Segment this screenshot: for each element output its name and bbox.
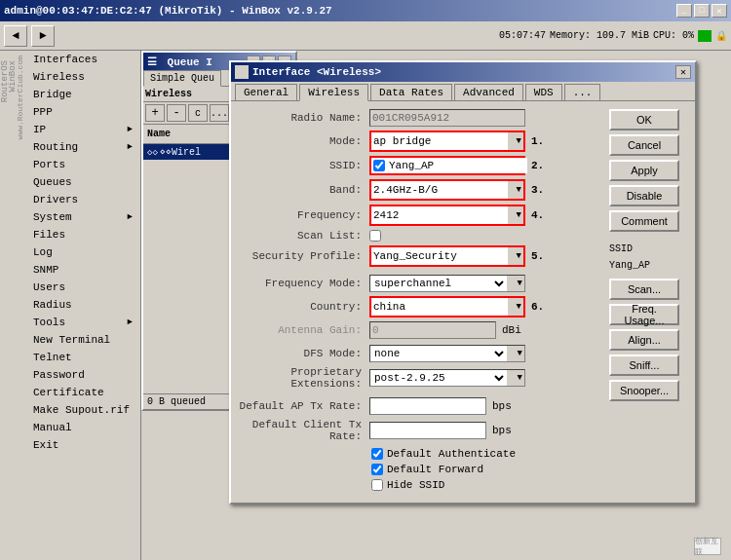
bottom-checkboxes: Default Authenticate Default Forward Hid… — [239, 448, 601, 491]
scan-button[interactable]: Scan... — [609, 279, 679, 300]
sidebar-item-drivers[interactable]: Drivers — [25, 191, 140, 208]
country-select[interactable]: china — [371, 298, 508, 316]
proprietary-label: Proprietary Extensions: — [239, 366, 366, 390]
dfs-mode-select[interactable]: none — [370, 346, 507, 361]
sidebar-item-make-supout[interactable]: Make Supout.rif — [25, 401, 140, 419]
remove-if-button[interactable]: - — [167, 104, 186, 122]
antenna-gain-input[interactable] — [369, 321, 496, 339]
btn-spacer — [609, 236, 687, 240]
ssid-checkbox[interactable] — [373, 160, 385, 171]
sniff-button[interactable]: Sniff... — [609, 355, 679, 376]
sidebar-item-manual[interactable]: Manual — [25, 419, 140, 436]
apply-button[interactable]: Apply — [609, 160, 679, 181]
cancel-button[interactable]: Cancel — [609, 134, 679, 156]
close-button[interactable]: ✕ — [712, 4, 727, 18]
snooper-button[interactable]: Snooper... — [609, 380, 679, 401]
forward-button[interactable]: ► — [31, 25, 55, 47]
dfs-mode-label: DFS Mode: — [239, 348, 366, 359]
dialog-title-bar: Interface <Wireless> ✕ — [231, 62, 695, 82]
default-forward-checkbox[interactable] — [371, 464, 383, 475]
watermark-logo: 创新互联 — [694, 538, 721, 555]
default-authenticate-checkbox[interactable] — [371, 448, 383, 460]
sidebar-item-interfaces[interactable]: Interfaces — [25, 51, 140, 68]
tab-more[interactable]: ... — [564, 84, 601, 100]
security-profile-select[interactable]: Yang_Security — [371, 247, 508, 265]
tab-advanced[interactable]: Advanced — [454, 84, 523, 100]
proprietary-select[interactable]: post-2.9.25 — [370, 370, 507, 386]
comment-button[interactable]: Comment — [609, 210, 679, 232]
tab-general[interactable]: General — [235, 84, 297, 100]
mode-select[interactable]: ap bridge — [371, 132, 508, 150]
sidebar: RouterOS WinBox www.RouterClub.com Inter… — [0, 51, 141, 560]
sidebar-item-bridge[interactable]: Bridge — [25, 86, 140, 103]
country-label: Country: — [239, 301, 366, 313]
copy-if-button[interactable]: c — [188, 104, 208, 122]
sidebar-item-certificate[interactable]: Certificate — [25, 384, 140, 401]
frequency-select[interactable]: 2412 — [371, 206, 508, 224]
frequency-mode-label: Frequency Mode: — [239, 278, 366, 289]
back-button[interactable]: ◄ — [4, 25, 27, 47]
sidebar-item-wireless[interactable]: Wireless — [25, 68, 140, 86]
window-title: admin@00:03:47:DE:C2:47 (MikroTik) - Win… — [4, 5, 332, 17]
sidebar-item-queues[interactable]: Queues — [25, 173, 140, 191]
props-if-button[interactable]: ... — [210, 104, 229, 122]
sidebar-item-password[interactable]: Password — [25, 366, 140, 384]
minimize-button[interactable]: _ — [676, 4, 692, 18]
band-select[interactable]: 2.4GHz-B/G — [371, 181, 508, 199]
ok-button[interactable]: OK — [609, 109, 679, 131]
dialog-close-button[interactable]: ✕ — [675, 65, 691, 79]
sidebar-item-tools[interactable]: Tools ► — [25, 314, 140, 331]
scan-list-checkbox[interactable] — [369, 230, 381, 242]
sidebar-item-exit[interactable]: Exit — [25, 436, 140, 454]
default-client-tx-input[interactable] — [369, 422, 486, 439]
sidebar-item-snmp[interactable]: SNMP — [25, 261, 140, 279]
tools-arrow: ► — [128, 317, 133, 327]
hide-ssid-row: Hide SSID — [239, 479, 601, 491]
default-ap-tx-label: Default AP Tx Rate: — [239, 400, 366, 412]
default-authenticate-row: Default Authenticate — [239, 448, 601, 460]
interfaces-section-label: Wireless — [145, 89, 192, 99]
sidebar-item-ports[interactable]: Ports — [25, 156, 140, 173]
hide-ssid-checkbox[interactable] — [371, 479, 383, 491]
sidebar-item-system[interactable]: System ► — [25, 208, 140, 226]
security-profile-row: Security Profile: Yang_Security ▼ 5. — [239, 245, 601, 267]
hide-ssid-label: Hide SSID — [387, 479, 444, 491]
dfs-mode-row: DFS Mode: none ▼ — [239, 345, 601, 362]
frequency-mode-select[interactable]: superchannel — [370, 276, 507, 291]
country-number: 6. — [531, 301, 544, 313]
tab-data-rates[interactable]: Data Rates — [370, 84, 452, 100]
watermark: 创新互联 — [694, 538, 721, 555]
default-client-tx-unit: bps — [492, 425, 512, 436]
sidebar-item-ip[interactable]: IP ► — [25, 121, 140, 138]
ip-arrow: ► — [128, 125, 133, 134]
sidebar-item-files[interactable]: Files — [25, 226, 140, 243]
form-area: Radio Name: Mode: ap bridge ▼ 1. — [239, 109, 601, 495]
sidebar-item-routing[interactable]: Routing ► — [25, 138, 140, 156]
sidebar-item-radius[interactable]: Radius — [25, 296, 140, 314]
tab-wireless[interactable]: Wireless — [299, 84, 368, 101]
scan-list-row: Scan List: — [239, 230, 601, 242]
sidebar-item-log[interactable]: Log — [25, 243, 140, 261]
maximize-button[interactable]: □ — [694, 4, 710, 18]
queue-tab-simple[interactable]: Simple Queu — [143, 70, 221, 87]
title-bar-buttons: _ □ ✕ — [676, 4, 727, 18]
ssid-input[interactable] — [387, 158, 527, 173]
mode-row: Mode: ap bridge ▼ 1. — [239, 131, 601, 152]
sidebar-item-ppp[interactable]: PPP — [25, 103, 140, 121]
sidebar-item-new-terminal[interactable]: New Terminal — [25, 331, 140, 349]
sidebar-item-users[interactable]: Users — [25, 279, 140, 296]
sidebar-item-telnet[interactable]: Telnet — [25, 349, 140, 366]
default-authenticate-label: Default Authenticate — [387, 448, 516, 460]
main-layout: RouterOS WinBox www.RouterClub.com Inter… — [0, 51, 731, 560]
add-if-button[interactable]: + — [145, 104, 165, 122]
tab-wds[interactable]: WDS — [525, 84, 562, 100]
dialog-title-text: Interface <Wireless> — [252, 66, 381, 78]
radio-name-input[interactable] — [369, 109, 525, 127]
security-profile-label: Security Profile: — [239, 250, 366, 262]
default-client-tx-row: Default Client Tx Rate: bps — [239, 419, 601, 442]
align-button[interactable]: Align... — [609, 329, 679, 351]
freq-usage-button[interactable]: Freq. Usage... — [609, 304, 679, 325]
default-ap-tx-input[interactable] — [369, 397, 486, 415]
disable-button[interactable]: Disable — [609, 185, 679, 206]
band-row: Band: 2.4GHz-B/G ▼ 3. — [239, 179, 601, 201]
